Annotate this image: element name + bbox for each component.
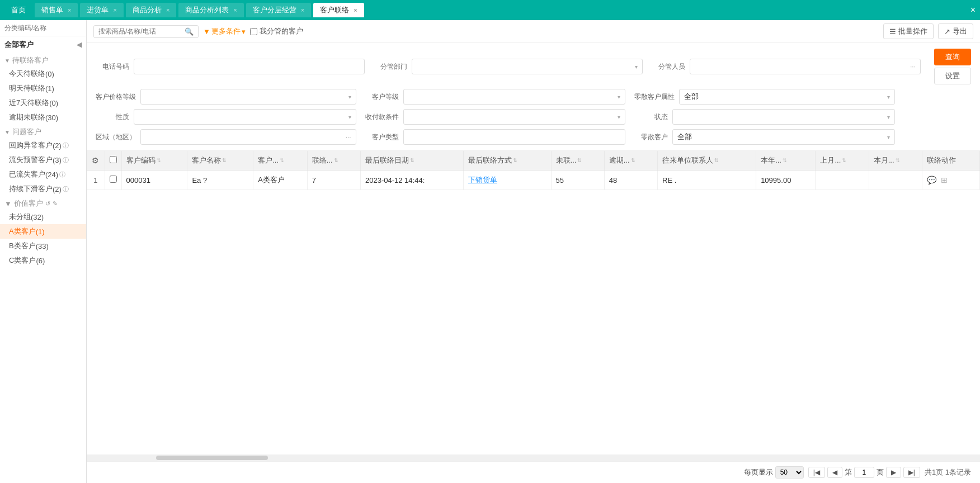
col-contact-person-sort-icon[interactable]: ⇅ bbox=[714, 158, 719, 163]
col-this-month: 本月... ⇅ bbox=[869, 151, 922, 171]
nav-sales-label: 销售单 bbox=[41, 5, 63, 15]
row-checkbox-cell[interactable] bbox=[105, 171, 121, 190]
retail-attr-select[interactable]: 全部 ▾ bbox=[679, 89, 895, 105]
row-checkbox[interactable] bbox=[110, 176, 117, 183]
horizontal-scrollbar-thumb[interactable] bbox=[156, 456, 268, 460]
class-c-count: (6) bbox=[36, 257, 45, 265]
pagination: |◀ ◀ 第 页 ▶ ▶| bbox=[808, 467, 920, 478]
my-customers-checkbox[interactable] bbox=[250, 28, 257, 35]
filter-field-customer-type: 客户类型 bbox=[365, 129, 626, 145]
value-edit-icon[interactable]: ✎ bbox=[53, 200, 58, 207]
close-analysis-icon[interactable]: × bbox=[166, 7, 169, 13]
filter-more-button[interactable]: ▼ 更多条件 ▾ bbox=[203, 26, 246, 36]
col-this-month-sort-icon[interactable]: ⇅ bbox=[896, 158, 900, 163]
export-button[interactable]: ↗ 导出 bbox=[938, 23, 973, 39]
row-last-method-cell[interactable]: 下销货单 bbox=[463, 171, 551, 190]
filter-search-input[interactable] bbox=[98, 27, 182, 35]
region-label: 区域（地区） bbox=[96, 132, 136, 142]
price-level-select[interactable]: ▾ bbox=[140, 89, 356, 105]
manager-select[interactable]: ··· bbox=[690, 59, 921, 74]
all-customers-header[interactable]: 全部客户 ◀ bbox=[0, 36, 86, 53]
status-select[interactable]: ▾ bbox=[672, 109, 895, 125]
nav-tab-home[interactable]: 首页 bbox=[4, 3, 32, 17]
sidebar-item-ungrouped[interactable]: 未分组 (32) bbox=[0, 210, 86, 224]
batch-ops-button[interactable]: ☰ 批量操作 bbox=[883, 23, 934, 39]
next-page-button[interactable]: ▶ bbox=[886, 467, 901, 478]
select-all-checkbox[interactable] bbox=[110, 156, 117, 163]
filter-icon: ▼ bbox=[203, 27, 210, 36]
nav-tab-customer-contact[interactable]: 客户联络 × bbox=[313, 3, 364, 17]
row-not-contacted-cell: 55 bbox=[551, 171, 604, 190]
settings-button[interactable]: 设置 bbox=[934, 68, 971, 84]
nav-tab-customer-mgmt[interactable]: 客户分层经营 × bbox=[246, 3, 311, 17]
nav-tab-sales[interactable]: 销售单 × bbox=[35, 3, 78, 17]
col-overdue-sort-icon[interactable]: ⇅ bbox=[631, 158, 635, 163]
pending-group-text: 待联络客户 bbox=[12, 55, 49, 65]
col-name-sort-icon[interactable]: ⇅ bbox=[222, 158, 227, 163]
retail-customer-value: 全部 bbox=[677, 132, 692, 142]
retail-customer-select[interactable]: 全部 ▾ bbox=[672, 129, 895, 145]
nav-tab-analysis-list[interactable]: 商品分析列表 × bbox=[178, 3, 243, 17]
customer-type-input[interactable] bbox=[403, 129, 626, 145]
value-refresh-icon[interactable]: ↺ bbox=[45, 200, 50, 207]
close-customer-contact-icon[interactable]: × bbox=[354, 7, 357, 13]
row-action-comment-icon[interactable]: 💬 bbox=[927, 176, 936, 184]
col-last-method-sort-icon[interactable]: ⇅ bbox=[513, 158, 517, 163]
col-last-month-sort-icon[interactable]: ⇅ bbox=[842, 158, 846, 163]
sidebar-item-class-a[interactable]: A类客户 (1) bbox=[0, 224, 86, 239]
gear-settings-icon[interactable]: ⚙ bbox=[92, 156, 99, 165]
nature-select[interactable]: ▾ bbox=[134, 109, 356, 125]
payment-select[interactable]: ▾ bbox=[403, 109, 626, 125]
sidebar-item-week-pending[interactable]: 近7天待联络 (0) bbox=[0, 96, 86, 110]
horizontal-scrollbar[interactable] bbox=[87, 454, 980, 461]
sidebar-item-class-c[interactable]: C类客户 (6) bbox=[0, 253, 86, 268]
declining-info-icon[interactable]: ⓘ bbox=[63, 185, 69, 193]
col-not-contacted-sort-icon[interactable]: ⇅ bbox=[577, 158, 582, 163]
sidebar-item-tomorrow-pending[interactable]: 明天待联络 (1) bbox=[0, 81, 86, 96]
my-customers-checkbox-container[interactable]: 我分管的客户 bbox=[250, 26, 303, 36]
department-select[interactable]: ▾ bbox=[412, 59, 643, 74]
sidebar-item-class-b[interactable]: B类客户 (33) bbox=[0, 239, 86, 253]
sidebar-item-today-pending[interactable]: 今天待联络 (0) bbox=[0, 67, 86, 81]
row-action-share-icon[interactable]: ⊞ bbox=[941, 176, 948, 184]
sidebar-item-abnormal-repurchase[interactable]: 回购异常客户 (2) ⓘ bbox=[0, 138, 86, 153]
sidebar-item-churn-warning[interactable]: 流失预警客户 (3) ⓘ bbox=[0, 153, 86, 167]
close-purchase-icon[interactable]: × bbox=[113, 7, 116, 13]
per-page-select[interactable]: 50 100 200 bbox=[775, 466, 804, 479]
department-dropdown-icon: ▾ bbox=[635, 64, 638, 70]
nav-tab-analysis[interactable]: 商品分析 × bbox=[126, 3, 176, 17]
sidebar-item-churned[interactable]: 已流失客户 (24) ⓘ bbox=[0, 167, 86, 182]
filter-search-icon[interactable]: 🔍 bbox=[185, 27, 194, 36]
close-sales-icon[interactable]: × bbox=[68, 7, 71, 13]
close-all-tabs-button[interactable]: × bbox=[970, 5, 976, 15]
today-pending-label: 今天待联络 bbox=[9, 69, 45, 79]
sidebar-search-input[interactable] bbox=[4, 24, 87, 32]
customer-level-select[interactable]: ▾ bbox=[403, 89, 626, 105]
col-type-sort-icon[interactable]: ⇅ bbox=[280, 158, 284, 163]
col-contact-sort-icon[interactable]: ⇅ bbox=[334, 158, 338, 163]
phone-input[interactable] bbox=[134, 59, 365, 74]
churn-warning-info-icon[interactable]: ⓘ bbox=[63, 156, 69, 164]
filter-toolbar: 🔍 ▼ 更多条件 ▾ 我分管的客户 ☰ 批量操作 ↗ 导出 bbox=[87, 20, 980, 43]
nav-tab-purchase[interactable]: 进货单 × bbox=[80, 3, 123, 17]
col-last-date-sort-icon[interactable]: ⇅ bbox=[410, 158, 414, 163]
col-code-sort-icon[interactable]: ⇅ bbox=[157, 158, 161, 163]
col-checkbox[interactable] bbox=[105, 151, 121, 171]
churned-info-icon[interactable]: ⓘ bbox=[59, 171, 65, 179]
col-gear[interactable]: ⚙ bbox=[87, 151, 105, 171]
close-customer-mgmt-icon[interactable]: × bbox=[301, 7, 304, 13]
collapse-sidebar-icon[interactable]: ◀ bbox=[77, 41, 82, 49]
last-page-button[interactable]: ▶| bbox=[903, 467, 920, 478]
overdue-pending-label: 逾期未联络 bbox=[9, 112, 45, 122]
prev-page-button[interactable]: ◀ bbox=[827, 467, 842, 478]
row-last-method[interactable]: 下销货单 bbox=[468, 176, 497, 184]
sidebar-item-overdue-pending[interactable]: 逾期未联络 (30) bbox=[0, 110, 86, 125]
query-button[interactable]: 查询 bbox=[934, 49, 971, 65]
sidebar-item-declining[interactable]: 持续下滑客户 (2) ⓘ bbox=[0, 182, 86, 196]
region-select[interactable]: ··· bbox=[140, 129, 356, 145]
close-analysis-list-icon[interactable]: × bbox=[233, 7, 237, 13]
abnormal-repurchase-info-icon[interactable]: ⓘ bbox=[63, 141, 69, 150]
page-input[interactable] bbox=[854, 467, 874, 478]
first-page-button[interactable]: |◀ bbox=[808, 467, 825, 478]
col-this-year-sort-icon[interactable]: ⇅ bbox=[783, 158, 787, 163]
